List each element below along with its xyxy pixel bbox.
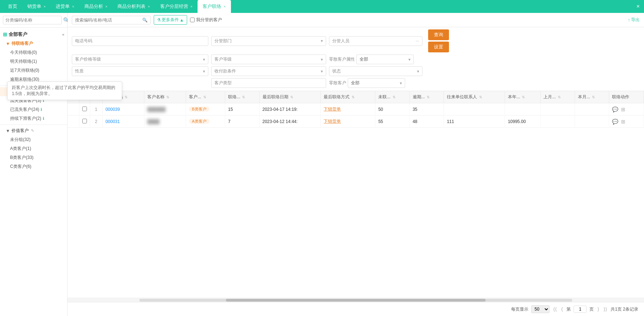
sidebar-section-pending[interactable]: ▼ 待联络客户	[0, 39, 67, 48]
sidebar-item-7day-contact[interactable]: 近7天待联络(0)	[0, 66, 67, 75]
sort-code-icon[interactable]: ⇅	[125, 95, 128, 99]
search-input[interactable]	[75, 18, 142, 23]
export-button[interactable]: ↑ 导出	[628, 17, 640, 23]
person-field[interactable]: 分管人员 ···	[329, 36, 422, 46]
nav-item-purchase[interactable]: 进货单 ×	[51, 0, 79, 13]
sidebar-item-tomorrow-contact[interactable]: 明天待联络(1)	[0, 57, 67, 66]
settings-button[interactable]: 设置	[428, 42, 449, 52]
sidebar-item-declining[interactable]: 持续下滑客户(2) ℹ	[0, 114, 67, 123]
sort-month-icon[interactable]: ⇅	[592, 95, 595, 99]
sort-category-icon[interactable]: ⇅	[203, 95, 206, 99]
th-last-contact-date[interactable]: 最后联络日期 ⇅	[259, 91, 321, 103]
sidebar-item-a-class[interactable]: A类客户(1)	[0, 144, 67, 153]
more-action-icon-2[interactable]: ⊞	[621, 119, 625, 124]
page-nav-next[interactable]: ⟩	[597, 306, 600, 312]
horizontal-scrollbar[interactable]	[68, 298, 644, 302]
more-action-icon-1[interactable]: ⊞	[621, 107, 625, 112]
search-submit-icon[interactable]: 🔍	[142, 18, 148, 23]
sort-lmonth-icon[interactable]: ⇅	[558, 95, 561, 99]
nav-close-product-analysis[interactable]: ×	[105, 4, 107, 9]
th-overdue[interactable]: 逾期... ⇅	[409, 91, 444, 103]
my-customer-checkbox-label[interactable]: 我分管的客户	[190, 17, 222, 23]
method-link-2[interactable]: 下销货单	[324, 119, 341, 124]
current-page-input[interactable]	[574, 306, 587, 313]
contact-icon-1[interactable]: 💬	[612, 107, 618, 112]
dept-field[interactable]: 分管部门 ▾	[211, 36, 326, 46]
window-close-button[interactable]: ×	[636, 3, 640, 10]
per-page-select[interactable]: 50 20 100 200	[531, 305, 550, 313]
sidebar-item-c-class[interactable]: C类客户(6)	[0, 162, 67, 171]
payment-field[interactable]: 收付款条件 ▾	[211, 66, 326, 76]
th-uncontacted[interactable]: 未联... ⇅	[375, 91, 410, 103]
th-name[interactable]: 客户名称 ⇅	[144, 91, 186, 103]
sidebar-section-value[interactable]: ▼ 价值客户 ✎	[0, 126, 67, 135]
customer-grade-field[interactable]: 客户等级 ▾	[211, 55, 326, 64]
sort-date-icon[interactable]: ⇅	[290, 95, 293, 99]
scatter-attr-select[interactable]: 全部 ▾	[356, 55, 414, 64]
page-nav-first[interactable]: ⟨⟨	[552, 306, 557, 312]
scroll-track[interactable]	[139, 299, 572, 302]
sort-overdue-icon[interactable]: ⇅	[427, 95, 430, 99]
th-category[interactable]: 客户... ⇅	[186, 91, 225, 103]
status-field[interactable]: 状态 ▾	[329, 66, 422, 76]
scatter-customer-select[interactable]: 全部 ▾	[348, 78, 405, 88]
my-customer-checkbox[interactable]	[190, 18, 195, 22]
th-last-month[interactable]: 上月... ⇅	[541, 91, 575, 103]
price-grade-field[interactable]: 客户价格等级 ▾	[72, 55, 208, 64]
sidebar-collapse-icon[interactable]: «	[62, 32, 64, 37]
th-this-year[interactable]: 本年... ⇅	[505, 91, 541, 103]
sort-contact-icon[interactable]: ⇅	[242, 95, 245, 99]
sort-uncontacted-icon[interactable]: ⇅	[393, 95, 395, 99]
th-this-month[interactable]: 本月... ⇅	[575, 91, 609, 103]
gender-field[interactable]: 性质 ▾	[72, 66, 208, 76]
phone-field[interactable]: 电话号码	[72, 36, 208, 46]
td-check-2[interactable]	[79, 115, 90, 128]
sort-unit-icon[interactable]: ⇅	[479, 95, 482, 99]
nav-close-purchase[interactable]: ×	[72, 4, 74, 9]
nav-item-customer-segment[interactable]: 客户分层经营 ×	[155, 0, 198, 13]
th-contact[interactable]: 联络... ⇅	[225, 91, 260, 103]
row2-checkbox[interactable]	[82, 119, 87, 123]
td-name-1[interactable]: ██████	[144, 103, 186, 115]
nav-close-customer-segment[interactable]: ×	[190, 4, 193, 9]
sort-year-icon[interactable]: ⇅	[522, 95, 525, 99]
more-conditions-button[interactable]: ⚗ 更多条件 ▲	[154, 15, 187, 25]
sidebar-root-all-customers[interactable]: ⊞ 全部客户 «	[0, 30, 67, 39]
customer-type-field[interactable]: 客户类型	[211, 78, 326, 88]
td-check-1[interactable]	[79, 103, 90, 115]
td-code-2[interactable]: 000031	[102, 115, 144, 128]
nav-label-product-analysis: 商品分析	[84, 3, 103, 10]
nav-item-product-analysis[interactable]: 商品分析 ×	[79, 0, 112, 13]
sidebar-item-today-contact[interactable]: 今天待联络(0)	[0, 48, 67, 57]
query-button[interactable]: 查询	[428, 29, 449, 40]
sort-name-icon[interactable]: ⇅	[166, 95, 169, 99]
nav-item-sales[interactable]: 销货单 ×	[22, 0, 51, 13]
th-unit-contact[interactable]: 往来单位联系人 ⇅	[444, 91, 505, 103]
td-settings-2	[68, 115, 79, 128]
td-method-2[interactable]: 下销货单	[321, 115, 375, 128]
page-nav-prev[interactable]: ⟨	[560, 306, 564, 312]
nav-item-home[interactable]: 首页	[3, 0, 22, 13]
sidebar-item-churned[interactable]: 已流失客户(24) ℹ	[0, 105, 67, 114]
scroll-thumb[interactable]	[226, 299, 486, 302]
sidebar-item-ungrouped[interactable]: 未分组(32)	[0, 135, 67, 144]
sidebar-search-input[interactable]	[3, 16, 62, 24]
nav-close-customer-contact[interactable]: ×	[223, 4, 226, 9]
td-method-1[interactable]: 下销货单	[321, 103, 375, 115]
page-nav-last[interactable]: ⟩⟩	[603, 306, 608, 312]
td-name-2[interactable]: ████	[144, 115, 186, 128]
nav-item-product-list[interactable]: 商品分析列表 ×	[112, 0, 155, 13]
td-code-1[interactable]: 000039	[102, 103, 144, 115]
method-link-1[interactable]: 下销货单	[324, 107, 341, 112]
th-last-contact-method[interactable]: 最后联络方式 ⇅	[321, 91, 375, 103]
person-dots-icon[interactable]: ···	[416, 38, 419, 43]
contact-icon-2[interactable]: 💬	[612, 119, 618, 124]
nav-close-product-list[interactable]: ×	[148, 4, 150, 9]
nav-item-customer-contact[interactable]: 客户联络 ×	[198, 0, 231, 13]
category-tag-2: A类客户	[189, 119, 209, 124]
row1-checkbox[interactable]	[82, 107, 87, 111]
nav-close-sales[interactable]: ×	[43, 4, 46, 9]
sort-method-icon[interactable]: ⇅	[352, 95, 355, 99]
edit-icon[interactable]: ✎	[31, 128, 34, 133]
sidebar-item-b-class[interactable]: B类客户(33)	[0, 153, 67, 162]
